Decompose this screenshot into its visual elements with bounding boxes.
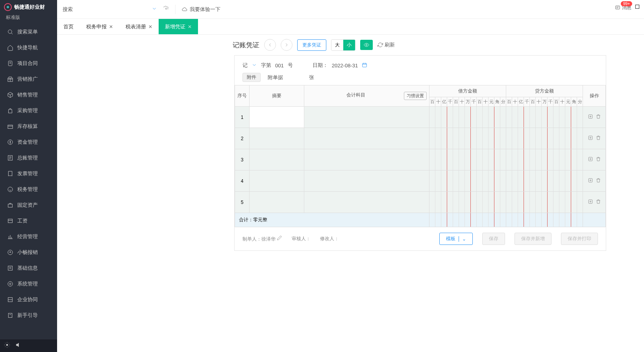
total-label: 合计：零元整 xyxy=(235,213,429,227)
sidebar-item-5[interactable]: 采购管理 xyxy=(0,103,57,119)
voucher-card: 记 字第 001 号 日期： 2022-08-31 附件 附单据 张 序号 xyxy=(234,55,606,251)
voucher-date[interactable]: 2022-08-31 xyxy=(332,63,358,69)
debit-cell[interactable] xyxy=(429,128,506,149)
credit-cell[interactable] xyxy=(506,107,583,128)
preview-button[interactable] xyxy=(360,40,373,50)
credit-cell[interactable] xyxy=(506,192,583,213)
sidebar-item-0[interactable]: 搜索菜单 xyxy=(0,24,57,40)
sidebar-item-3[interactable]: 营销推广 xyxy=(0,71,57,87)
nav-list: 搜索菜单快捷导航项目合同营销推广销售管理采购管理库存核算资金管理总账管理发票管理… xyxy=(0,24,57,339)
more-vouchers-button[interactable]: 更多凭证 xyxy=(297,39,326,51)
sidebar-item-8[interactable]: 总账管理 xyxy=(0,150,57,166)
sidebar-item-15[interactable]: 基础信息 xyxy=(0,260,57,276)
debit-cell[interactable] xyxy=(429,107,506,128)
delete-row-icon[interactable] xyxy=(596,114,601,120)
sys-icon xyxy=(7,281,13,287)
tab-2[interactable]: 税表清册✕ xyxy=(119,19,159,34)
sidebar-item-14[interactable]: 小畅报销 xyxy=(0,245,57,260)
template-button[interactable]: 模板⌄ xyxy=(439,233,473,245)
main-area: 消息 99+ 搜索 我要体验一下 首页税务申报✕税表清册✕新增凭证✕ 记账凭证 … xyxy=(57,0,644,352)
sidebar-item-7[interactable]: 资金管理 xyxy=(0,134,57,150)
svg-point-6 xyxy=(8,187,13,192)
credit-cell[interactable] xyxy=(506,149,583,170)
delete-row-icon[interactable] xyxy=(596,156,601,163)
debit-cell[interactable] xyxy=(429,192,506,213)
collab-icon xyxy=(7,296,13,303)
account-cell[interactable] xyxy=(304,128,429,149)
credit-cell[interactable] xyxy=(506,128,583,149)
sidebar-item-18[interactable]: 新手引导 xyxy=(0,308,57,323)
sidebar-item-17[interactable]: 企业协同 xyxy=(0,292,57,308)
delete-row-icon[interactable] xyxy=(596,135,601,142)
sidebar-item-2[interactable]: 项目合同 xyxy=(0,56,57,71)
expand-icon[interactable] xyxy=(635,4,640,11)
delete-row-icon[interactable] xyxy=(596,199,601,206)
svg-point-12 xyxy=(8,282,13,286)
col-summary: 摘要 xyxy=(249,85,304,107)
gear-icon[interactable] xyxy=(4,342,10,350)
tab-1[interactable]: 税务申报✕ xyxy=(80,19,119,34)
edit-icon[interactable] xyxy=(277,235,282,241)
summary-cell[interactable] xyxy=(249,170,304,192)
brand-logo: 畅捷通好业财 xyxy=(0,0,57,14)
col-account: 会计科目 习惯设置 xyxy=(304,85,429,107)
sidebar-item-6[interactable]: 库存核算 xyxy=(0,119,57,134)
debit-cell[interactable] xyxy=(429,149,506,170)
delete-row-icon[interactable] xyxy=(596,178,601,184)
calendar-icon[interactable] xyxy=(362,62,367,69)
sidebar-item-16[interactable]: 系统管理 xyxy=(0,276,57,292)
sidebar-item-9[interactable]: 发票管理 xyxy=(0,166,57,182)
summary-cell[interactable] xyxy=(249,128,304,149)
attachment-button[interactable]: 附件 xyxy=(242,73,261,82)
sidebar-item-10[interactable]: 税务管理 xyxy=(0,182,57,197)
debit-cell[interactable] xyxy=(429,170,506,192)
voucher-type[interactable]: 记 xyxy=(242,62,248,69)
add-row-icon[interactable] xyxy=(588,156,593,163)
size-big-button[interactable]: 大 xyxy=(331,40,343,50)
tab-3[interactable]: 新增凭证✕ xyxy=(159,19,198,34)
close-icon[interactable]: ✕ xyxy=(188,24,192,30)
save-print-button[interactable]: 保存并打印 xyxy=(561,233,598,245)
sidebar-item-1[interactable]: 快捷导航 xyxy=(0,40,57,56)
next-button[interactable] xyxy=(281,39,292,51)
volume-off-icon[interactable] xyxy=(16,342,22,350)
modifier-label: 修改人： xyxy=(320,235,339,242)
sidebar-item-12[interactable]: 工资 xyxy=(0,213,57,229)
refresh-button[interactable]: 刷新 xyxy=(378,41,395,48)
messages-button[interactable]: 消息 99+ xyxy=(615,4,631,11)
save-new-button[interactable]: 保存并新增 xyxy=(514,233,551,245)
coin-icon xyxy=(7,139,13,145)
account-cell[interactable] xyxy=(304,149,429,170)
close-icon[interactable]: ✕ xyxy=(148,24,152,30)
account-cell[interactable] xyxy=(304,107,429,128)
salary-icon xyxy=(7,218,13,224)
svg-rect-16 xyxy=(616,6,620,9)
save-button[interactable]: 保存 xyxy=(482,233,505,245)
close-icon[interactable]: ✕ xyxy=(109,24,113,30)
add-row-icon[interactable] xyxy=(588,135,593,142)
add-row-icon[interactable] xyxy=(588,199,593,206)
svg-point-11 xyxy=(9,283,11,285)
prev-button[interactable] xyxy=(264,39,276,51)
summary-cell[interactable] xyxy=(249,149,304,170)
tab-0[interactable]: 首页 xyxy=(57,19,80,34)
summary-input[interactable] xyxy=(250,107,304,128)
try-experience-button[interactable]: 我要体验一下 xyxy=(182,6,220,13)
sidebar-item-13[interactable]: 经营管理 xyxy=(0,229,57,245)
col-index: 序号 xyxy=(235,85,250,107)
account-cell[interactable] xyxy=(304,192,429,213)
svg-rect-8 xyxy=(8,219,13,222)
add-row-icon[interactable] xyxy=(588,114,593,120)
credit-cell[interactable] xyxy=(506,170,583,192)
svg-rect-3 xyxy=(8,125,13,129)
search-dropdown[interactable]: 搜索 xyxy=(63,6,157,13)
add-row-icon[interactable] xyxy=(588,178,593,184)
habit-settings-button[interactable]: 习惯设置 xyxy=(404,92,427,100)
size-small-button[interactable]: 小 xyxy=(343,40,355,50)
account-cell[interactable] xyxy=(304,170,429,192)
voucher-number[interactable]: 001 xyxy=(275,63,284,69)
sidebar-item-4[interactable]: 销售管理 xyxy=(0,87,57,103)
sidebar-item-11[interactable]: 固定资产 xyxy=(0,197,57,213)
summary-cell[interactable] xyxy=(249,192,304,213)
settings-icon[interactable] xyxy=(163,6,169,13)
